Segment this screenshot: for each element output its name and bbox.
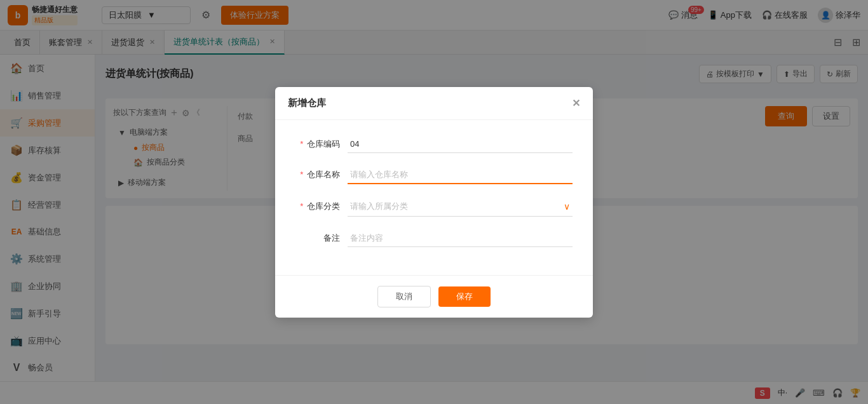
form-row-name: * 仓库名称 — [295, 166, 573, 184]
modal-footer: 取消 保存 — [275, 275, 593, 318]
category-arrow-icon: ∨ — [564, 201, 570, 212]
category-label-text: 仓库分类 — [307, 201, 340, 211]
code-label: * 仓库编码 — [295, 138, 340, 150]
modal-body: * 仓库编码 * 仓库名称 * 仓库分类 请输入所属 — [275, 120, 593, 275]
category-label: * 仓库分类 — [295, 201, 340, 212]
note-label-text: 备注 — [323, 233, 340, 243]
modal-close-icon[interactable]: ✕ — [572, 97, 580, 109]
form-row-code: * 仓库编码 — [295, 135, 573, 153]
code-label-text: 仓库编码 — [307, 139, 340, 149]
category-placeholder: 请输入所属分类 — [350, 201, 408, 212]
form-row-category: * 仓库分类 请输入所属分类 ∨ — [295, 197, 573, 217]
name-label: * 仓库名称 — [295, 169, 340, 180]
save-button[interactable]: 保存 — [438, 286, 491, 307]
form-row-note: 备注 — [295, 229, 573, 247]
add-warehouse-modal: 新增仓库 ✕ * 仓库编码 * 仓库名称 — [275, 87, 593, 318]
warehouse-code-input[interactable] — [348, 135, 573, 153]
warehouse-note-input[interactable] — [348, 229, 573, 247]
warehouse-name-input[interactable] — [348, 166, 573, 184]
modal-overlay[interactable]: 新增仓库 ✕ * 仓库编码 * 仓库名称 — [0, 0, 868, 404]
note-label: 备注 — [295, 232, 340, 244]
category-select[interactable]: 请输入所属分类 ∨ — [348, 197, 573, 217]
cancel-button[interactable]: 取消 — [377, 286, 431, 307]
name-label-text: 仓库名称 — [307, 170, 340, 179]
modal-title: 新增仓库 — [288, 97, 326, 109]
modal-header: 新增仓库 ✕ — [275, 87, 593, 120]
